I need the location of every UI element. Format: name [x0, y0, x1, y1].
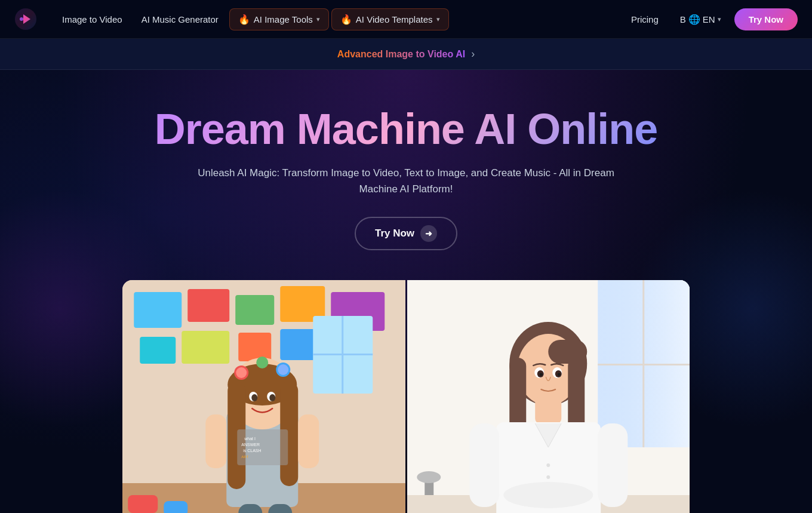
pricing-link[interactable]: Pricing [623, 10, 667, 29]
navbar-left: Image to Video AI Music Generator 🔥 AI I… [14, 8, 449, 30]
svg-rect-63 [535, 397, 561, 423]
svg-point-29 [256, 357, 268, 368]
svg-rect-7 [235, 295, 274, 325]
svg-rect-16 [313, 354, 373, 355]
svg-rect-10 [140, 337, 176, 364]
nav-label-ai-music-generator: AI Music Generator [142, 14, 219, 24]
fire-icon-video-templates: 🔥 [340, 14, 352, 25]
try-now-button[interactable]: Try Now [734, 8, 798, 30]
hero-section: Dream Machine AI Online Unleash AI Magic… [0, 70, 812, 513]
svg-text:ANSWER: ANSWER [241, 443, 260, 447]
svg-rect-6 [187, 289, 229, 322]
svg-text:is CLASH: is CLASH [243, 449, 261, 453]
image-gallery: what I ANSWER is CLASH ART [122, 280, 690, 513]
nav-label-ai-video-templates: AI Video Templates [356, 14, 433, 24]
logo[interactable] [14, 8, 37, 30]
hero-cta-label: Try Now [375, 228, 414, 239]
svg-point-32 [251, 394, 257, 401]
gallery-image-left: what I ANSWER is CLASH ART [122, 280, 405, 513]
nav-label-ai-image-tools: AI Image Tools [254, 14, 313, 24]
svg-rect-39 [205, 414, 226, 468]
announcement-banner[interactable]: Advanced Image to Video AI › [0, 39, 812, 70]
svg-text:what I: what I [244, 437, 256, 441]
chevron-down-icon-image-tools: ▾ [316, 16, 320, 23]
blog-label: B [680, 14, 686, 24]
nav-label-image-to-video: Image to Video [62, 14, 122, 24]
globe-icon: 🌐 [688, 14, 700, 25]
svg-point-57 [417, 471, 441, 483]
hero-title: Dream Machine AI Online [155, 106, 658, 153]
nav-item-ai-music-generator[interactable]: AI Music Generator [133, 10, 227, 29]
gallery-main: what I ANSWER is CLASH ART [122, 280, 690, 513]
svg-point-75 [546, 475, 550, 479]
circle-arrow-icon: ➜ [420, 225, 437, 242]
navbar: Image to Video AI Music Generator 🔥 AI I… [0, 0, 812, 39]
svg-rect-5 [134, 292, 182, 328]
hero-subtitle: Unleash AI Magic: Transform Image to Vid… [179, 165, 633, 197]
announcement-text: Advanced Image to Video AI [337, 49, 465, 60]
svg-rect-65 [469, 423, 499, 507]
svg-point-74 [546, 463, 550, 467]
svg-point-73 [557, 373, 560, 376]
nav-item-ai-video-templates[interactable]: 🔥 AI Video Templates ▾ [331, 8, 449, 30]
fire-icon-image-tools: 🔥 [238, 14, 250, 25]
svg-point-33 [269, 394, 275, 401]
svg-point-72 [539, 373, 542, 376]
navbar-nav: Image to Video AI Music Generator 🔥 AI I… [54, 8, 449, 30]
blog-link[interactable]: B 🌐 EN ▾ [672, 9, 730, 30]
svg-rect-12 [238, 333, 271, 361]
svg-point-26 [236, 367, 247, 378]
svg-point-2 [20, 17, 23, 21]
chevron-down-icon-lang: ▾ [718, 16, 721, 23]
svg-point-28 [278, 364, 288, 375]
svg-rect-34 [237, 429, 288, 465]
svg-text:ART: ART [241, 455, 248, 459]
svg-rect-54 [598, 364, 690, 365]
svg-rect-11 [182, 331, 229, 364]
lang-label: EN [703, 14, 715, 24]
navbar-right: Pricing B 🌐 EN ▾ Try Now [623, 8, 798, 30]
chevron-down-icon-video-templates: ▾ [436, 16, 440, 23]
svg-rect-19 [164, 501, 187, 513]
gallery-image-right [407, 280, 690, 513]
svg-rect-66 [598, 423, 628, 507]
nav-item-image-to-video[interactable]: Image to Video [54, 10, 131, 29]
svg-rect-40 [298, 414, 319, 468]
svg-point-67 [503, 482, 593, 508]
nav-item-ai-image-tools[interactable]: 🔥 AI Image Tools ▾ [229, 8, 329, 30]
svg-rect-18 [128, 495, 158, 513]
announcement-arrow: › [471, 48, 475, 60]
hero-cta-button[interactable]: Try Now ➜ [355, 217, 457, 250]
